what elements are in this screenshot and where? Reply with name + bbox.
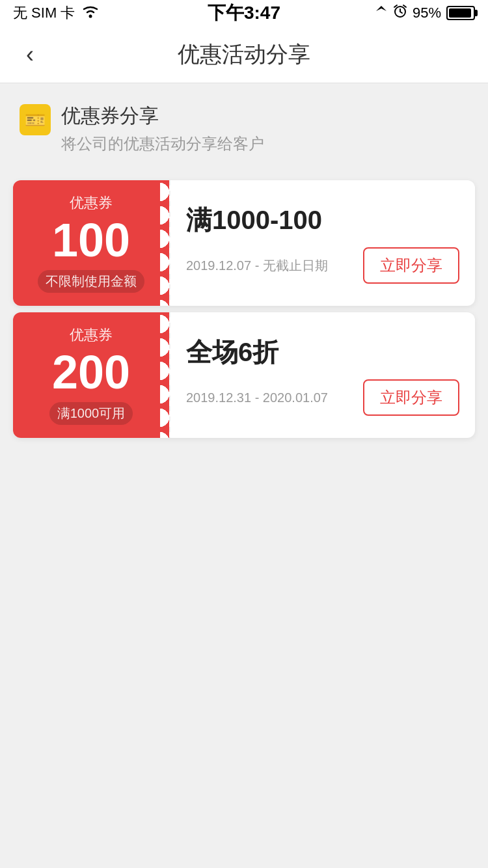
coupon-card: 优惠券 200 满1000可用 全场6折 2019.12.31 - 2020.0… bbox=[13, 312, 475, 438]
battery-icon bbox=[446, 6, 475, 20]
coupon-meta-1: 2019.12.31 - 2020.01.07 立即分享 bbox=[186, 379, 459, 416]
coupon-list: 优惠券 100 不限制使用金额 满1000-100 2019.12.07 - 无… bbox=[0, 167, 488, 451]
status-left: 无 SIM 卡 bbox=[13, 3, 100, 23]
page-title: 优惠活动分享 bbox=[178, 40, 310, 70]
location-icon bbox=[375, 5, 388, 21]
section-icon: 🎫 bbox=[20, 104, 51, 135]
share-button-0[interactable]: 立即分享 bbox=[363, 247, 459, 284]
section-title: 优惠券分享 bbox=[61, 103, 264, 129]
coupon-condition-0: 不限制使用金额 bbox=[38, 270, 144, 293]
coupon-name-1: 全场6折 bbox=[186, 334, 459, 370]
section-subtitle: 将公司的优惠活动分享给客户 bbox=[61, 133, 264, 154]
coupon-date-1: 2019.12.31 - 2020.01.07 bbox=[186, 390, 357, 405]
empty-area bbox=[0, 451, 488, 841]
svg-point-0 bbox=[89, 15, 92, 18]
back-button[interactable]: ‹ bbox=[20, 34, 40, 75]
coupon-right-0: 满1000-100 2019.12.07 - 无截止日期 立即分享 bbox=[170, 180, 475, 306]
coupon-amount-0: 100 bbox=[52, 217, 130, 264]
coupon-card: 优惠券 100 不限制使用金额 满1000-100 2019.12.07 - 无… bbox=[13, 180, 475, 306]
battery-percentage: 95% bbox=[413, 5, 441, 21]
coupon-left-0: 优惠券 100 不限制使用金额 bbox=[13, 180, 169, 306]
carrier-text: 无 SIM 卡 bbox=[13, 3, 75, 23]
coupon-date-0: 2019.12.07 - 无截止日期 bbox=[186, 257, 357, 275]
coupon-name-0: 满1000-100 bbox=[186, 202, 459, 238]
coupon-amount-1: 200 bbox=[52, 349, 130, 396]
status-time: 下午3:47 bbox=[208, 1, 280, 25]
status-bar: 无 SIM 卡 下午3:47 95% bbox=[0, 0, 488, 26]
status-right: 95% bbox=[375, 4, 475, 22]
share-button-1[interactable]: 立即分享 bbox=[363, 379, 459, 416]
coupon-meta-0: 2019.12.07 - 无截止日期 立即分享 bbox=[186, 247, 459, 284]
battery-fill bbox=[449, 8, 471, 18]
coupon-condition-1: 满1000可用 bbox=[49, 402, 133, 425]
alarm-icon bbox=[393, 4, 407, 22]
nav-bar: ‹ 优惠活动分享 bbox=[0, 26, 488, 83]
coupon-right-1: 全场6折 2019.12.31 - 2020.01.07 立即分享 bbox=[170, 312, 475, 438]
section-text-group: 优惠券分享 将公司的优惠活动分享给客户 bbox=[61, 103, 264, 154]
coupon-label-1: 优惠券 bbox=[70, 325, 113, 345]
coupon-label-0: 优惠券 bbox=[70, 193, 113, 213]
section-header: 🎫 优惠券分享 将公司的优惠活动分享给客户 bbox=[0, 83, 488, 167]
wifi-icon bbox=[81, 4, 100, 22]
coupon-left-1: 优惠券 200 满1000可用 bbox=[13, 312, 169, 438]
